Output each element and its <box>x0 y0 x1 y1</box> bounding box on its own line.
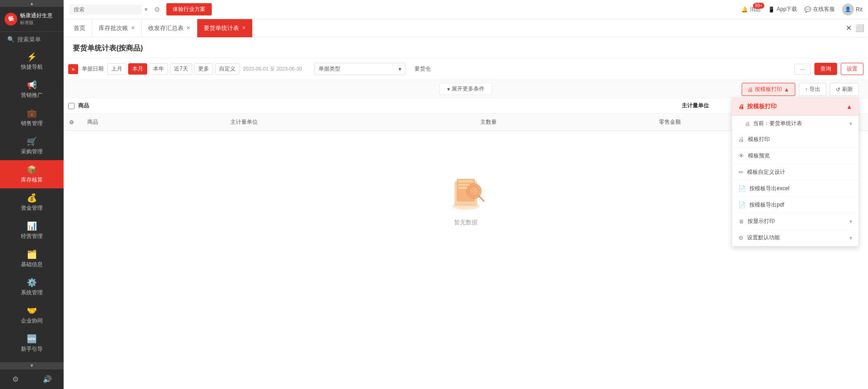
query-btn[interactable]: 查询 <box>814 63 837 75</box>
cooperation-icon: 🤝 <box>27 306 37 316</box>
print-dropdown-template-pdf[interactable]: 📄 按模板导出pdf <box>732 197 858 213</box>
sidebar-item-operations[interactable]: 📊 经营管理 <box>0 217 64 245</box>
app-download-label: App下载 <box>777 5 797 13</box>
sidebar-sound-btn[interactable]: 🔊 <box>39 373 55 385</box>
sidebar-scroll-up[interactable]: ▲ <box>0 0 64 7</box>
export-label: 导出 <box>809 86 820 93</box>
current-item-chevron: ▾ <box>849 121 852 127</box>
tab-inventory-batch[interactable]: 库存批次账 ✕ <box>92 19 142 37</box>
date-btn-7days[interactable]: 近7天 <box>170 63 192 75</box>
sidebar-logo: 畅 畅康通好生意 标准版 <box>0 7 64 32</box>
sidebar-scroll-down[interactable]: ▼ <box>0 362 64 369</box>
date-btn-this-year[interactable]: 本年 <box>149 63 168 75</box>
sidebar-item-sales[interactable]: 💼 销售管理 <box>0 104 64 132</box>
tab-window-btns: ✕ ⬜ <box>846 24 868 32</box>
tab-window-maximize-btn[interactable]: ⬜ <box>855 24 864 32</box>
goods-filter-label: 要货仓 <box>414 65 431 73</box>
date-btn-more[interactable]: 更多 <box>194 63 213 75</box>
print-current-item[interactable]: 🖨 当前：要货单统计表 ▾ <box>732 116 858 131</box>
print-dropdown-icon: 🖨 <box>738 103 744 110</box>
date-btn-this-month[interactable]: 本月 <box>128 63 147 75</box>
sidebar-item-marketing[interactable]: 📢 营销推广 <box>0 76 64 104</box>
print-dropdown-template-excel[interactable]: 📄 按模板导出excel <box>732 181 858 197</box>
order-type-select[interactable]: 单据类型 ▾ <box>314 63 405 75</box>
sidebar-item-label: 采购管理 <box>21 148 43 156</box>
sidebar-item-label: 企业协同 <box>21 317 43 325</box>
current-item-icon: 🖨 <box>745 121 750 127</box>
template-preview-icon: 👁 <box>738 152 744 159</box>
th-goods: 商品 <box>82 114 225 131</box>
current-item-label: 当前：要货单统计表 <box>753 120 802 127</box>
print-dropdown-close-chevron[interactable]: ▲ <box>846 103 852 110</box>
sidebar-item-basics[interactable]: 🗂️ 基础信息 <box>0 245 64 273</box>
expand-more-btn[interactable]: ▾ 展开更多条件 <box>439 83 492 95</box>
sidebar-item-label: 新手引导 <box>21 345 43 353</box>
sidebar-item-purchase[interactable]: 🛒 采购管理 <box>0 132 64 160</box>
print-dropdown-template-design[interactable]: ✏ 模板自定义设计 <box>732 164 858 181</box>
tab-inventory-batch-close[interactable]: ✕ <box>131 25 135 31</box>
sidebar-item-app-center[interactable]: 🔲 应用中心 <box>0 358 64 362</box>
tab-order-summary-close[interactable]: ✕ <box>242 25 246 31</box>
sidebar-item-inventory[interactable]: 📦 库存核算 <box>0 160 64 188</box>
tab-window-close-btn[interactable]: ✕ <box>846 24 852 32</box>
sidebar-settings-btn[interactable]: ⚙ <box>9 373 22 385</box>
topbar-search-input[interactable] <box>69 5 142 15</box>
date-btn-last-month[interactable]: 上月 <box>107 63 126 75</box>
col-unit: 主计量单位 <box>682 102 709 110</box>
sidebar-item-cooperation[interactable]: 🤝 企业协同 <box>0 301 64 329</box>
settings-btn[interactable]: 设置 <box>841 63 863 75</box>
sidebar-item-finance[interactable]: 💰 资金管理 <box>0 188 64 217</box>
sidebar-item-label: 经营管理 <box>21 232 43 240</box>
sidebar-item-system[interactable]: ⚙️ 系统管理 <box>0 273 64 301</box>
date-btn-custom[interactable]: 自定义 <box>215 63 239 75</box>
print-dropdown-default-feature[interactable]: ⚙ 设置默认功能 ▾ <box>732 230 858 246</box>
page-title: 要货单统计表(按商品) <box>64 37 868 58</box>
bell-icon: 🔔 <box>741 6 748 13</box>
topbar-right: 🔔 消息 99+ 📱 App下载 💬 在线客服 👤 Rit <box>741 4 863 15</box>
order-type-label: 单据类型 <box>319 65 340 73</box>
print-chevron-icon: ▲ <box>784 86 789 93</box>
print-dropdown-header: 🖨 按模板打印 ▲ <box>732 98 858 116</box>
print-template-btn[interactable]: 🖨 按模板打印 ▲ <box>742 83 795 96</box>
tab-receipt-summary-close[interactable]: ✕ <box>186 25 190 31</box>
experience-btn[interactable]: 体验行业方案 <box>166 3 212 15</box>
sidebar-nav: ⚡ 快捷导航 📢 营销推广 💼 销售管理 🛒 采购管理 📦 库存核算 💰 资金管… <box>0 47 64 362</box>
empty-text: 暂无数据 <box>454 218 478 227</box>
sidebar-item-label: 系统管理 <box>21 289 43 297</box>
print-dropdown-template-print[interactable]: 🖨 模板打印 <box>732 131 858 148</box>
select-all-checkbox[interactable] <box>68 103 75 109</box>
topbar-gear-icon[interactable]: ⚙ <box>154 5 160 14</box>
user-avatar-btn[interactable]: 👤 Rit <box>842 4 863 15</box>
sidebar-item-label: 基础信息 <box>21 261 43 268</box>
app-download-icon: 📱 <box>768 6 775 13</box>
sidebar-item-guide[interactable]: 🆕 新手引导 <box>0 329 64 358</box>
filter-expand-btn[interactable]: » <box>68 64 78 74</box>
system-icon: ⚙️ <box>27 278 37 288</box>
sidebar-item-label: 营销推广 <box>21 91 43 99</box>
service-icon: 💬 <box>804 6 811 13</box>
template-excel-label: 按模板导出excel <box>749 185 789 192</box>
refresh-label: 刷新 <box>842 86 853 93</box>
topbar: ▾ ⚙ 体验行业方案 🔔 消息 99+ 📱 App下载 💬 在线客服 👤 Rit <box>64 0 868 19</box>
sidebar-search[interactable]: 🔍 搜索菜单 <box>0 32 64 47</box>
tab-home[interactable]: 首页 <box>67 19 92 37</box>
template-pdf-icon: 📄 <box>738 202 746 208</box>
topbar-dropdown-chevron[interactable]: ▾ <box>145 6 148 13</box>
refresh-btn[interactable]: ↺ 刷新 <box>830 83 859 96</box>
tab-receipt-summary[interactable]: 收发存汇总表 ✕ <box>142 19 197 37</box>
export-btn[interactable]: ↑ 导出 <box>799 83 826 96</box>
sidebar-item-quick-nav[interactable]: ⚡ 快捷导航 <box>0 47 64 76</box>
template-pdf-label: 按模板导出pdf <box>749 201 784 209</box>
print-dropdown-display-print[interactable]: 🖥 按显示打印 ▾ <box>732 213 858 230</box>
svg-rect-4 <box>458 184 471 186</box>
app-download-btn[interactable]: 📱 App下载 <box>768 5 797 13</box>
notifications-btn[interactable]: 🔔 消息 99+ <box>741 5 761 13</box>
th-settings[interactable]: ⚙ <box>64 114 82 131</box>
sidebar-item-label: 库存核算 <box>21 176 43 184</box>
print-dropdown-template-preview[interactable]: 👁 模板预览 <box>732 148 858 164</box>
online-service-btn[interactable]: 💬 在线客服 <box>804 5 835 13</box>
print-dropdown-title: 🖨 按模板打印 <box>738 102 777 111</box>
tab-order-summary[interactable]: 要货单统计表 ✕ <box>197 19 253 37</box>
default-feature-icon: ⚙ <box>738 235 743 241</box>
dots-options-btn[interactable]: ··· <box>794 64 811 75</box>
